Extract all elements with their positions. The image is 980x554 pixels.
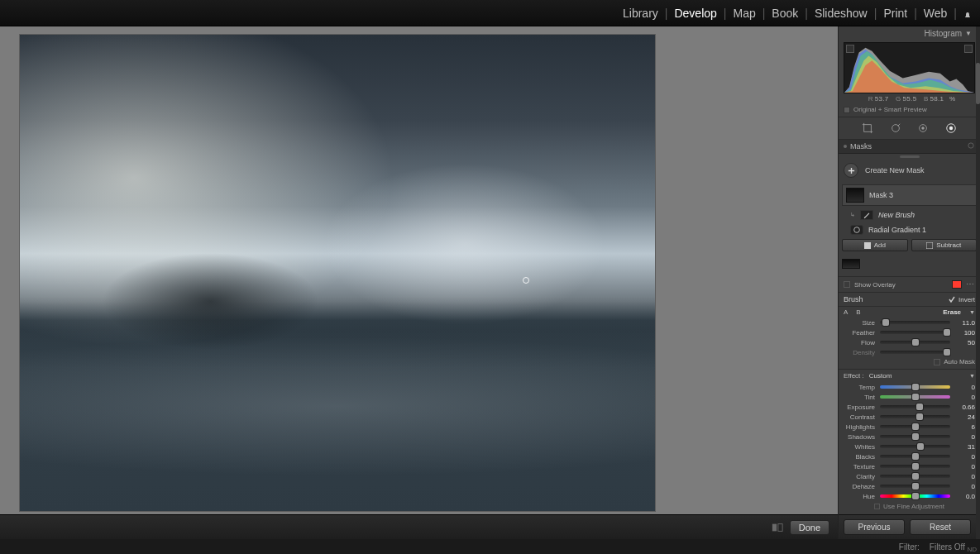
svg-rect-10 [926, 242, 933, 249]
watermark: ND [967, 546, 977, 553]
masks-list: Create New Mask Mask 3 ↳ New Brush Radia… [839, 160, 980, 277]
svg-rect-1 [778, 523, 782, 531]
brush-icon [860, 210, 873, 220]
slider-hue[interactable]: Hue0.0 [839, 491, 980, 501]
brush-preset-a[interactable]: A [844, 308, 848, 316]
slider-shadows[interactable]: Shadows0 [839, 432, 980, 442]
masks-panel-header[interactable]: Masks [839, 140, 980, 154]
module-tab-slideshow[interactable]: Slideshow [813, 7, 869, 20]
slider-texture[interactable]: Texture0 [839, 461, 980, 471]
mask-component-new-brush[interactable]: ↳ New Brush [842, 209, 977, 221]
svg-point-4 [922, 127, 925, 130]
filter-label: Filter: [899, 542, 920, 552]
slider-dehaze[interactable]: Dehaze0 [839, 481, 980, 491]
rgb-readout: R53.7 G55.5 B58.1 % [839, 93, 980, 104]
radial-icon [850, 225, 863, 235]
effect-preset-picker[interactable]: Custom [869, 372, 892, 380]
slider-exposure[interactable]: Exposure0.66 [839, 402, 980, 412]
module-tab-print[interactable]: Print [882, 7, 909, 20]
canvas-toolbar: Done [0, 514, 838, 539]
svg-point-8 [854, 227, 860, 233]
show-overlay-checkbox[interactable] [844, 281, 850, 288]
plus-icon [844, 163, 858, 178]
brush-section-label: Brush [844, 295, 863, 303]
preview-image[interactable] [20, 35, 655, 511]
add-icon [864, 242, 871, 249]
brush-erase[interactable]: Erase [943, 308, 961, 316]
overlay-menu-icon[interactable]: ⋯ [966, 281, 975, 288]
svg-rect-9 [864, 242, 871, 249]
svg-point-6 [949, 127, 953, 130]
right-panel: Histogram▼ R53.7 G55.5 B58.1 % Original … [838, 26, 980, 539]
slider-feather[interactable]: Feather100 [839, 327, 980, 337]
slider-tint[interactable]: Tint0 [839, 392, 980, 402]
histogram-header[interactable]: Histogram▼ [839, 26, 980, 41]
slider-blacks[interactable]: Blacks0 [839, 451, 980, 461]
module-tab-library[interactable]: Library [621, 7, 660, 20]
slider-highlights[interactable]: Highlights6 [839, 422, 980, 432]
mask-component-radial[interactable]: Radial Gradient 1 [842, 224, 977, 236]
panel-drag-handle[interactable] [839, 154, 980, 160]
create-new-mask[interactable]: Create New Mask [842, 160, 977, 181]
mask-subtract-button[interactable]: Subtract [911, 239, 978, 251]
auto-mask-toggle[interactable]: Auto Mask [839, 357, 980, 370]
slider-whites[interactable]: Whites31 [839, 442, 980, 451]
filmstrip-footer: Filter: Filters Off ND [0, 539, 980, 554]
done-button[interactable]: Done [790, 520, 829, 535]
effect-label: Effect : [844, 372, 864, 380]
module-tab-web[interactable]: Web [922, 7, 949, 20]
panel-scrollbar[interactable] [976, 26, 980, 539]
module-tab-map[interactable]: Map [731, 7, 757, 20]
heal-tool-icon[interactable] [890, 122, 901, 134]
slider-temp[interactable]: Temp0 [839, 382, 980, 392]
brush-options-icon[interactable]: ▼ [969, 309, 975, 315]
svg-rect-0 [772, 523, 777, 531]
before-after-icon[interactable] [772, 522, 783, 533]
slider-size[interactable]: Size11.0 [839, 318, 980, 327]
module-tab-develop[interactable]: Develop [672, 7, 718, 20]
module-picker: Library|Develop|Map|Book|Slideshow|Print… [0, 0, 980, 26]
workspace: Done Histogram▼ R53.7 G55.5 B58.1 % [0, 26, 980, 539]
reset-button[interactable]: Reset [910, 519, 971, 535]
slider-flow[interactable]: Flow50 [839, 337, 980, 347]
previous-button[interactable]: Previous [844, 519, 905, 535]
brush-cursor [523, 277, 529, 284]
subtract-icon [926, 242, 933, 249]
svg-point-7 [968, 143, 973, 148]
mask-thumb [846, 188, 864, 203]
filters-off-label[interactable]: Filters Off [930, 542, 965, 552]
slider-contrast[interactable]: Contrast24 [839, 412, 980, 422]
mask-item-mask3[interactable]: Mask 3 [842, 184, 977, 206]
show-overlay-row[interactable]: Show Overlay ⋯ [839, 277, 980, 293]
slider-clarity[interactable]: Clarity0 [839, 471, 980, 481]
module-tab-book[interactable]: Book [770, 7, 800, 20]
brush-preset-b[interactable]: B [856, 308, 860, 316]
use-fine-adjustment[interactable]: Use Fine Adjustment [839, 501, 980, 510]
mask-thumb [842, 259, 860, 269]
redeye-tool-icon[interactable] [917, 122, 929, 134]
smart-preview-indicator[interactable]: Original + Smart Preview [839, 104, 980, 117]
notification-icon[interactable] [963, 9, 972, 17]
local-tools-row [839, 117, 980, 140]
crop-tool-icon[interactable] [862, 122, 873, 134]
mask-add-button[interactable]: Add [842, 239, 908, 251]
invert-toggle[interactable]: Invert [949, 296, 975, 303]
canvas-area: Done [0, 26, 838, 539]
overlay-color-chip[interactable] [952, 280, 962, 289]
effect-collapse-icon[interactable]: ▼ [969, 373, 975, 379]
mask-item-collapsed[interactable] [842, 256, 977, 271]
slider-density[interactable]: Density [839, 347, 980, 357]
masks-settings-icon[interactable] [967, 141, 975, 150]
histogram[interactable] [844, 42, 975, 93]
masking-tool-icon[interactable] [945, 122, 957, 134]
